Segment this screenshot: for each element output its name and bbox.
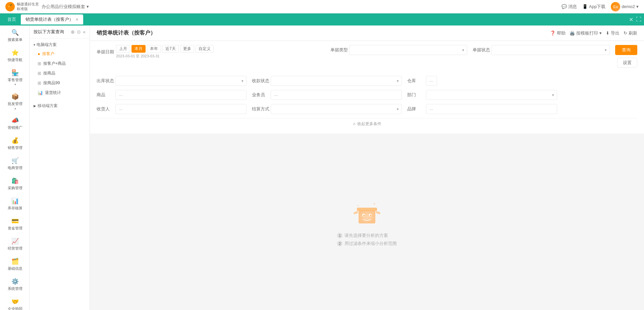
stock-icon: 📊 [11,197,19,205]
sidebar-shortcut[interactable]: ⭐ 快捷导航 [0,46,29,66]
message-icon: 💬 [561,4,567,9]
logo-area: 🍊 畅捷通好生意 标准版 [5,2,39,11]
scheme-item-by-product[interactable]: ⊞ 按商品 [30,68,90,78]
scheme-item-by-customer-product[interactable]: ⊞ 按客户+商品 [30,59,90,68]
download-icon: 📱 [582,4,588,9]
sidebar-item-system[interactable]: ⚙️ 系统管理 [0,274,29,295]
settlement-select[interactable]: ▾ [271,104,402,114]
salesman-input[interactable]: ··· [271,90,402,100]
chevron-down-icon: ▾ [87,4,89,9]
department-select[interactable]: ▾ [426,90,557,100]
collapse-btn[interactable]: ∧ 收起更多条件 [97,118,637,130]
sidebar-search[interactable]: 🔍 搜索菜单 [0,25,29,46]
receiver-label: 收货人 [97,106,113,112]
scheme-settings-btn[interactable]: ⊙ [77,29,81,35]
svg-rect-0 [359,210,375,223]
topbar-right: 💬 消息 📱 App下载 Ea demo2 ▾ [561,2,639,11]
date-this-year-btn[interactable]: 本年 [147,45,161,53]
out-status-select[interactable]: ▾ [115,76,247,86]
scheme-active-icon: ● [38,51,40,56]
chevron-down-icon: ▾ [397,79,399,83]
scheme-item-by-product-99[interactable]: ⊞ 按商品99 [30,78,90,88]
refresh-btn[interactable]: ↻ 刷新 [624,30,637,36]
sidebar-item-stock[interactable]: 📊 库存核算 [0,194,29,214]
topbar-left: 🍊 畅捷通好生意 标准版 办公用品行业模拟账套 ▾ [5,2,89,11]
sidebar-item-sales[interactable]: 💰 销售管理 [0,134,29,154]
expand-arrow-icon: ▾ [34,43,35,47]
date-this-month-btn[interactable]: 本月 [131,45,146,53]
basic-icon: 🗂️ [11,258,19,265]
sidebar-item-finance[interactable]: 💳 资金管理 [0,214,29,234]
date-last7-btn[interactable]: 近7天 [162,45,179,53]
date-more-btn[interactable]: 更多 [180,45,194,53]
settlement-label: 结算方式 [252,106,269,112]
date-range: 2023-03-01 至 2023-03-31 [116,54,214,59]
empty-tips: 1 请先选择要分析的方案 2 用过滤条件来缩小分析范围 [337,232,397,249]
salesman-label: 业务员 [252,92,269,98]
chevron-down-icon: ▾ [552,93,554,97]
scheme-grid-icon: ⊞ [38,81,41,86]
settings-button[interactable]: 设置 [617,58,637,68]
print-btn[interactable]: 🖨️ 按模板打印 ▾ [570,30,602,36]
help-btn[interactable]: ❓ 帮助 [550,30,566,36]
doc-type-label: 单据类型 [330,47,347,53]
scheme-item-by-customer[interactable]: ● 按客户 [30,49,90,59]
sidebar-item-cooperation[interactable]: 🤝 企业协同 [0,295,29,310]
sidebar-item-retail[interactable]: 🏪 零售管理 ▾ [0,66,29,90]
sidebar-item-operation[interactable]: 📈 经营管理 [0,234,29,254]
brand-input[interactable]: ··· [426,104,557,114]
chevron-up-icon: ▴ [14,106,16,110]
doc-type-select[interactable]: ▾ [349,45,468,55]
user-menu[interactable]: Ea demo2 ▾ [611,2,639,11]
sidebar-item-wholesale[interactable]: 📦 批发管理 ▴ [0,90,29,113]
app-selector[interactable]: 办公用品行业模拟账套 ▾ [42,4,89,10]
window-maximize-btn[interactable]: ⛶ [636,16,641,22]
search-icon: 🔍 [11,29,19,36]
svg-rect-1 [357,208,377,211]
scheme-collapse-btn[interactable]: « [83,29,86,35]
mobile-group-title[interactable]: ▶ 移动端方案 [30,102,90,110]
doc-status-select[interactable]: ▾ [491,45,610,55]
payment-status-select[interactable]: ▾ [271,76,402,86]
scheme-item-return-stat[interactable]: 📊 退货统计 [30,88,90,98]
content-header: 销货单统计表（按客户） ❓ 帮助 🖨️ 按模板打印 ▾ ⬇ 导出 [90,25,644,41]
desktop-group-title[interactable]: ▾ 电脑端方案 [30,41,90,49]
query-button[interactable]: 查询 [615,45,637,55]
app-download-btn[interactable]: 📱 App下载 [582,4,605,10]
sidebar-item-basic[interactable]: 🗂️ 基础信息 [0,254,29,274]
scheme-add-btn[interactable]: ⊕ [71,29,75,35]
date-custom-btn[interactable]: 自定义 [196,45,214,53]
logo-icon: 🍊 [5,2,15,11]
cooperation-icon: 🤝 [11,298,19,305]
empty-illustration: ✦ ✦ ✦ [350,195,384,228]
tip-1: 1 请先选择要分析的方案 [337,232,397,239]
receiver-input[interactable]: ··· [115,104,247,114]
out-status-label: 出库状态 [97,78,113,84]
product-input[interactable]: ··· [115,90,247,100]
tab-close-icon[interactable]: ✕ [75,17,78,22]
topbar: 🍊 畅捷通好生意 标准版 办公用品行业模拟账套 ▾ 💬 消息 📱 App下载 E… [0,0,644,13]
right-actions: 查询 设置 [615,45,637,72]
svg-rect-7 [375,211,380,214]
sidebar-item-ecommerce[interactable]: 🛒 电商管理 [0,154,29,174]
warehouse-input[interactable]: ··· [426,76,437,86]
message-btn[interactable]: 💬 消息 [561,4,577,10]
tab-home[interactable]: 首页 [3,14,21,24]
date-label: 单据日期 [97,49,114,55]
ecommerce-icon: 🛒 [11,157,19,164]
sidebar-item-marketing[interactable]: 📣 营销推广 [0,113,29,134]
shortcut-icon: ⭐ [11,49,19,56]
refresh-icon: ↻ [624,31,627,36]
svg-rect-6 [353,211,358,214]
date-prev-month-btn[interactable]: 上月 [116,45,130,53]
chevron-down-icon: ▾ [462,48,464,52]
sidebar-item-purchase[interactable]: 🛍️ 采购管理 [0,174,29,194]
window-close-btn[interactable]: ✕ [629,16,633,23]
logo-text: 畅捷通好生意 标准版 [17,2,39,11]
filter-form: 单据日期 上月 本月 本年 近7天 更多 自定义 2023-03-01 至 20… [90,41,644,134]
operation-icon: 📈 [11,238,19,245]
svg-point-5 [370,215,371,216]
tab-sales-stat[interactable]: 销货单统计表（按客户） ✕ [21,14,83,24]
export-btn[interactable]: ⬇ 导出 [606,30,620,36]
svg-text:✦: ✦ [373,202,376,206]
